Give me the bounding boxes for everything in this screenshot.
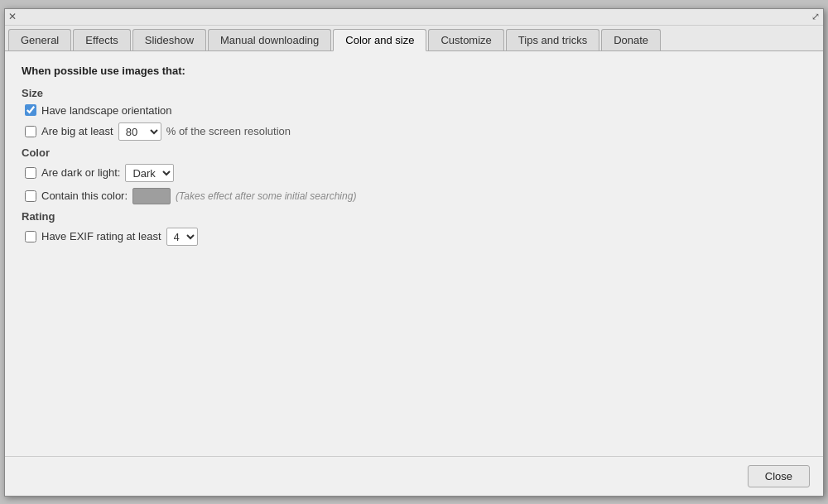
tab-tips-and-tricks[interactable]: Tips and tricks [506,29,599,50]
title-bar: ✕ ⤢ [5,9,823,26]
big-label: Are big at least [41,125,113,137]
exif-label: Have EXIF rating at least [41,230,161,242]
exif-checkbox[interactable] [25,231,36,242]
big-row: Are big at least 80 50 60 70 90 100 % of… [22,122,806,141]
exif-value-select[interactable]: 1 2 3 4 5 [166,228,198,246]
rating-section-label: Rating [22,210,806,223]
big-checkbox[interactable] [25,126,36,137]
size-section-label: Size [22,87,806,99]
color-section-label: Color [22,146,806,159]
landscape-row: Have landscape orientation [22,104,806,117]
dark-row: Are dark or light: Dark Light [22,164,806,182]
tab-donate[interactable]: Donate [601,29,661,50]
tab-manual-downloading[interactable]: Manual downloading [208,29,331,50]
contain-color-checkbox[interactable] [25,190,36,202]
tab-color-and-size[interactable]: Color and size [333,29,426,51]
main-window: ✕ ⤢ General Effects Slideshow Manual dow… [4,8,824,497]
dark-value-select[interactable]: Dark Light [125,164,174,182]
tab-effects[interactable]: Effects [73,29,131,50]
content-area: When possible use images that: Size Have… [5,51,823,456]
big-value-select[interactable]: 80 50 60 70 90 100 [118,122,161,141]
resolution-text: % of the screen resolution [166,125,291,137]
landscape-checkbox[interactable] [25,104,36,116]
exif-row: Have EXIF rating at least 1 2 3 4 5 [22,228,806,246]
page-title: When possible use images that: [22,65,806,77]
expand-icon[interactable]: ⤢ [811,12,820,22]
contain-color-row: Contain this color: (Takes effect after … [22,188,806,204]
tab-customize[interactable]: Customize [428,29,503,50]
tab-bar: General Effects Slideshow Manual downloa… [5,26,823,51]
footer: Close [5,456,823,496]
landscape-label: Have landscape orientation [41,104,172,117]
contain-color-label: Contain this color: [41,190,128,202]
tab-general[interactable]: General [8,29,71,50]
tab-slideshow[interactable]: Slideshow [132,29,206,50]
close-button[interactable]: Close [748,465,810,487]
color-swatch[interactable] [132,188,171,204]
contain-color-note: (Takes effect after some initial searchi… [176,190,356,202]
dark-label: Are dark or light: [41,166,120,179]
close-icon[interactable]: ✕ [8,12,17,22]
dark-checkbox[interactable] [25,167,36,179]
